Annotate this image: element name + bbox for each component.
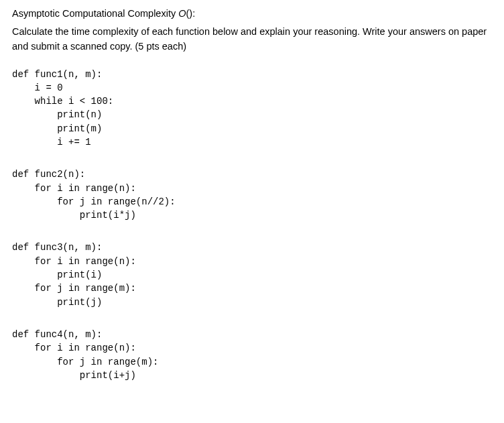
code-func4: def func4(n, m): for i in range(n): for … — [12, 328, 492, 382]
instructions-text: Calculate the time complexity of each fu… — [12, 25, 492, 54]
title-suffix: (): — [186, 8, 196, 19]
section-title: Asymptotic Computational Complexity O(): — [12, 7, 492, 21]
code-func3: def func3(n, m): for i in range(n): prin… — [12, 241, 492, 308]
code-func1: def func1(n, m): i = 0 while i < 100: pr… — [12, 68, 492, 149]
title-italic-o: O — [178, 8, 186, 19]
code-func2: def func2(n): for i in range(n): for j i… — [12, 168, 492, 222]
title-prefix: Asymptotic Computational Complexity — [12, 8, 178, 19]
